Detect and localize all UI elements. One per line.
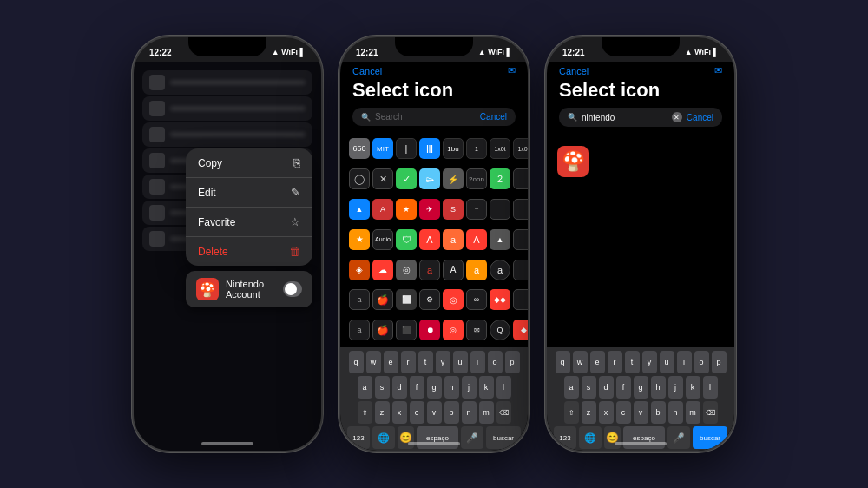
key-x[interactable]: x [392,401,407,424]
grid-icon[interactable]: A [372,199,393,220]
grid-icon[interactable]: ⏺ [419,320,440,340]
grid-icon[interactable]: 1x0t [513,138,528,159]
menu-delete[interactable]: Delete 🗑 [186,237,312,266]
key-g-p3[interactable]: g [634,376,648,399]
grid-icon[interactable]: A [419,229,440,250]
grid-icon[interactable]: a [349,320,370,340]
key-d[interactable]: d [392,376,407,399]
key-l-p3[interactable]: l [703,376,718,399]
key-a-p3[interactable]: a [564,376,579,399]
grid-icon[interactable]: 🍎 [372,320,393,340]
key-emoji-p3[interactable]: 😊 [604,426,621,449]
grid-icon[interactable]: ◎ [443,289,464,310]
key-delete[interactable]: ⌫ [496,401,511,424]
grid-icon[interactable]: ✕ [372,168,393,189]
key-n[interactable]: n [462,401,477,424]
grid-icon[interactable]: ◎ [396,260,417,280]
key-m-p3[interactable]: m [686,401,700,424]
key-space[interactable]: espaço [417,426,458,449]
grid-icon[interactable]: ✈ [419,199,440,220]
key-y[interactable]: y [436,351,450,373]
key-c-p3[interactable]: c [616,401,631,424]
key-h-p3[interactable]: h [651,376,666,399]
grid-icon[interactable]: Q [490,320,510,340]
grid-icon[interactable]: 1bu [443,138,464,159]
key-c[interactable]: c [410,401,424,424]
key-space-p3[interactable]: espaço [623,426,665,449]
grid-icon[interactable]: ★ [349,229,370,250]
grid-icon[interactable]: 2 [490,168,510,189]
key-emoji[interactable]: 😊 [398,426,414,449]
grid-icon[interactable]: ★ [396,199,417,220]
key-p[interactable]: p [505,351,520,373]
key-f[interactable]: f [410,376,424,399]
menu-edit[interactable]: Edit ✎ [186,178,312,208]
grid-icon[interactable]: ⚙ [419,289,440,310]
clear-button-3[interactable]: ✕ [672,112,682,122]
grid-icon[interactable]: 1x0t [490,138,510,159]
key-z-p3[interactable]: z [582,401,596,424]
grid-icon[interactable]: A [466,229,487,250]
cancel-button-2[interactable]: Cancel [352,66,382,76]
grid-icon[interactable]: 650 [349,138,370,159]
grid-icon[interactable] [513,260,528,280]
grid-icon[interactable]: MIT [372,138,393,159]
search-bar-2[interactable]: 🔍 Search Cancel [352,108,516,126]
key-i[interactable]: i [470,351,485,373]
grid-icon[interactable]: ◆ [513,320,528,340]
key-shift[interactable]: ⇧ [358,401,372,424]
key-e[interactable]: e [384,351,398,373]
key-h[interactable]: h [444,376,459,399]
key-j-p3[interactable]: j [668,376,683,399]
grid-icon[interactable]: ☁ [372,260,393,280]
key-r[interactable]: r [401,351,416,373]
grid-icon[interactable]: a [443,229,464,250]
key-k[interactable]: k [479,376,494,399]
key-b[interactable]: b [444,401,459,424]
grid-icon[interactable]: ▲ [490,229,510,250]
grid-icon[interactable] [513,168,528,189]
grid-icon[interactable]: a [349,289,370,310]
key-t[interactable]: t [418,351,433,373]
key-t-p3[interactable]: t [625,351,640,373]
key-globe-p3[interactable]: 🌐 [579,426,602,449]
key-buscar-p3[interactable]: buscar [693,426,727,449]
grid-icon[interactable] [513,229,528,250]
key-i-p3[interactable]: i [677,351,692,373]
key-r-p3[interactable]: r [608,351,622,373]
key-globe[interactable]: 🌐 [372,426,395,449]
grid-icon[interactable]: ⌲ [419,168,440,189]
grid-icon[interactable]: ⬜ [396,289,417,310]
grid-icon[interactable]: 🍎 [372,289,393,310]
grid-icon[interactable]: ◯ [349,168,370,189]
key-u[interactable]: u [453,351,468,373]
grid-icon[interactable] [490,199,510,220]
grid-icon[interactable]: ✉ [466,320,487,340]
grid-icon[interactable]: ◆◆ [490,289,510,310]
key-s-p3[interactable]: s [582,376,596,399]
key-mic[interactable]: 🎤 [461,426,483,449]
grid-icon[interactable]: a [419,260,440,280]
key-o-p3[interactable]: o [694,351,709,373]
grid-icon[interactable]: ▲ [349,199,370,220]
grid-icon[interactable]: Audio [372,229,393,250]
key-123[interactable]: 123 [347,426,370,449]
search-cancel-2[interactable]: Cancel [480,112,507,122]
grid-icon[interactable]: A [443,260,464,280]
grid-icon[interactable]: a [490,260,510,280]
grid-icon[interactable]: ✓ [396,168,417,189]
key-k-p3[interactable]: k [686,376,700,399]
key-g[interactable]: g [427,376,442,399]
key-a[interactable]: a [358,376,372,399]
grid-icon[interactable]: ⬛ [396,320,417,340]
key-z[interactable]: z [375,401,390,424]
grid-icon[interactable]: ◎ [443,320,464,340]
key-mic-p3[interactable]: 🎤 [667,426,690,449]
grid-icon[interactable] [513,289,528,310]
grid-icon[interactable]: ||| [419,138,440,159]
grid-icon[interactable]: a [466,260,487,280]
menu-copy[interactable]: Copy ⎘ [186,148,312,178]
key-l[interactable]: l [496,376,511,399]
key-p-p3[interactable]: p [712,351,727,373]
key-e-p3[interactable]: e [590,351,605,373]
